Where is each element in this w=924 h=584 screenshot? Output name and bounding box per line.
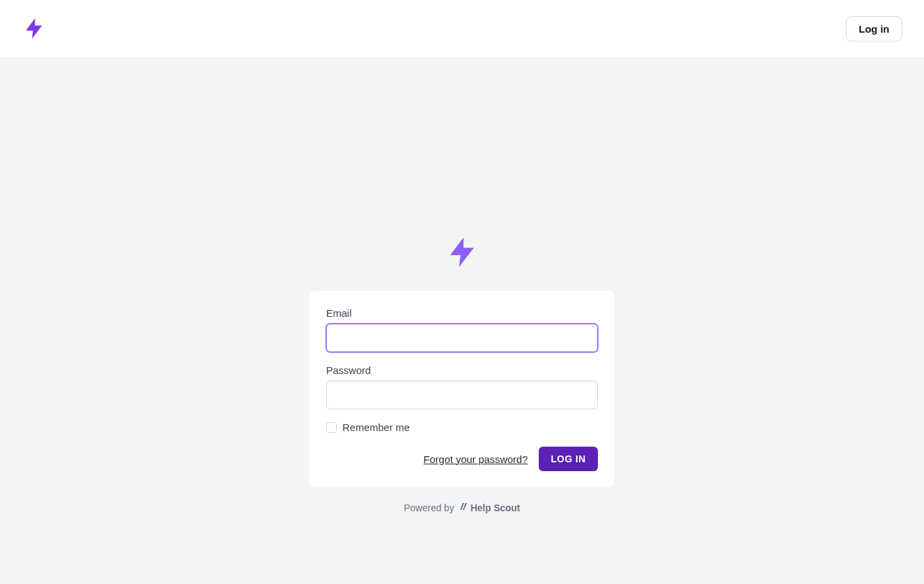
password-input[interactable] xyxy=(326,381,598,409)
remember-checkbox[interactable] xyxy=(326,422,337,433)
submit-button[interactable]: LOG IN xyxy=(539,447,598,471)
remember-label[interactable]: Remember me xyxy=(342,422,410,433)
helpscout-text: Help Scout xyxy=(470,502,520,513)
header: Log in xyxy=(0,0,924,57)
helpscout-link[interactable]: Help Scout xyxy=(458,501,520,514)
forgot-password-link[interactable]: Forgot your password? xyxy=(423,453,527,465)
lightning-bolt-icon xyxy=(444,233,480,272)
center-logo xyxy=(444,233,480,272)
email-input[interactable] xyxy=(326,324,598,352)
brand-logo[interactable] xyxy=(22,15,46,42)
header-login-button[interactable]: Log in xyxy=(846,16,902,41)
password-label: Password xyxy=(326,364,598,376)
email-field-group: Email xyxy=(326,307,598,352)
password-field-group: Password xyxy=(326,364,598,409)
actions-row: Forgot your password? LOG IN xyxy=(326,447,598,471)
powered-by-text: Powered by xyxy=(404,502,454,513)
footer: Powered by Help Scout xyxy=(404,501,520,514)
login-card: Email Password Remember me Forgot your p… xyxy=(310,291,614,487)
lightning-bolt-icon xyxy=(22,15,46,42)
helpscout-icon xyxy=(458,501,469,514)
email-label: Email xyxy=(326,307,598,319)
main: Email Password Remember me Forgot your p… xyxy=(0,57,924,584)
remember-row: Remember me xyxy=(326,422,598,433)
